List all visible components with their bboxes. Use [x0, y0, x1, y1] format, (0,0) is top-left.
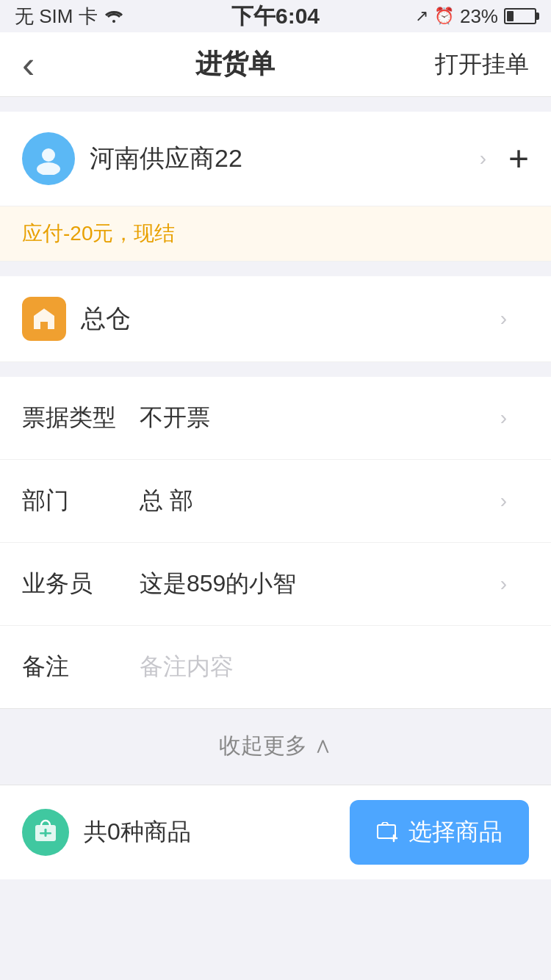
svg-rect-5 [45, 829, 47, 837]
notice-row: 应付-20元，现结 [0, 206, 551, 262]
department-label: 部门 [22, 485, 140, 517]
invoice-type-value: 不开票 [140, 402, 500, 434]
form-card: 票据类型 不开票 › 部门 总 部 › 业务员 这是859的小智 › 备注 备注… [0, 377, 551, 708]
remark-value: 备注内容 [140, 651, 529, 683]
svg-rect-2 [40, 322, 48, 329]
salesperson-label: 业务员 [22, 568, 140, 600]
warehouse-row[interactable]: 总仓 › [0, 276, 551, 362]
section-gap-3 [0, 362, 551, 377]
svg-rect-6 [378, 825, 395, 838]
invoice-type-chevron-icon: › [500, 406, 507, 430]
add-supplier-button[interactable]: + [508, 141, 529, 176]
product-count-text: 共0种商品 [84, 816, 350, 849]
status-right: ↗ ⏰ 23% [415, 5, 536, 28]
section-gap-2 [0, 262, 551, 276]
open-pending-button[interactable]: 打开挂单 [435, 48, 529, 81]
invoice-type-row[interactable]: 票据类型 不开票 › [0, 377, 551, 460]
svg-point-0 [42, 148, 55, 162]
supplier-chevron-icon: › [480, 147, 486, 170]
supplier-row[interactable]: 河南供应商22 › + [0, 112, 551, 206]
back-button[interactable]: ‹ [22, 43, 35, 87]
remark-label: 备注 [22, 651, 140, 683]
select-product-label: 选择商品 [408, 816, 503, 849]
invoice-type-label: 票据类型 [22, 402, 140, 434]
department-row[interactable]: 部门 总 部 › [0, 460, 551, 543]
notice-text: 应付-20元，现结 [22, 222, 175, 245]
supplier-avatar [22, 132, 75, 185]
status-left: 无 SIM 卡 [15, 4, 124, 29]
warehouse-chevron-icon: › [500, 307, 507, 331]
collapse-row[interactable]: 收起更多 ∧ [0, 708, 551, 783]
warehouse-card: 总仓 › [0, 276, 551, 362]
page-title: 进货单 [195, 46, 275, 82]
alarm-icon: ⏰ [434, 7, 454, 26]
battery-icon [504, 8, 536, 24]
collapse-label: 收起更多 ∧ [219, 731, 331, 761]
nav-bar: ‹ 进货单 打开挂单 [0, 32, 551, 97]
select-product-button[interactable]: 选择商品 [350, 800, 529, 865]
bottom-grey-area [0, 879, 551, 980]
department-chevron-icon: › [500, 489, 507, 513]
department-value: 总 部 [140, 485, 500, 517]
status-time: 下午6:04 [231, 1, 320, 32]
bottom-bar: 共0种商品 选择商品 [0, 785, 551, 879]
salesperson-value: 这是859的小智 [140, 568, 500, 600]
salesperson-row[interactable]: 业务员 这是859的小智 › [0, 543, 551, 626]
section-gap-1 [0, 97, 551, 112]
supplier-card: 河南供应商22 › + 应付-20元，现结 [0, 112, 551, 262]
location-icon: ↗ [415, 7, 428, 26]
battery-percent: 23% [460, 5, 498, 28]
warehouse-icon [22, 297, 66, 341]
svg-point-1 [37, 162, 60, 175]
wifi-icon [104, 5, 124, 28]
carrier-text: 无 SIM 卡 [15, 4, 98, 29]
supplier-name: 河南供应商22 [90, 142, 480, 176]
status-bar: 无 SIM 卡 下午6:04 ↗ ⏰ 23% [0, 0, 551, 32]
warehouse-name: 总仓 [81, 302, 500, 336]
product-icon [22, 809, 69, 856]
remark-row[interactable]: 备注 备注内容 [0, 626, 551, 708]
salesperson-chevron-icon: › [500, 572, 507, 596]
